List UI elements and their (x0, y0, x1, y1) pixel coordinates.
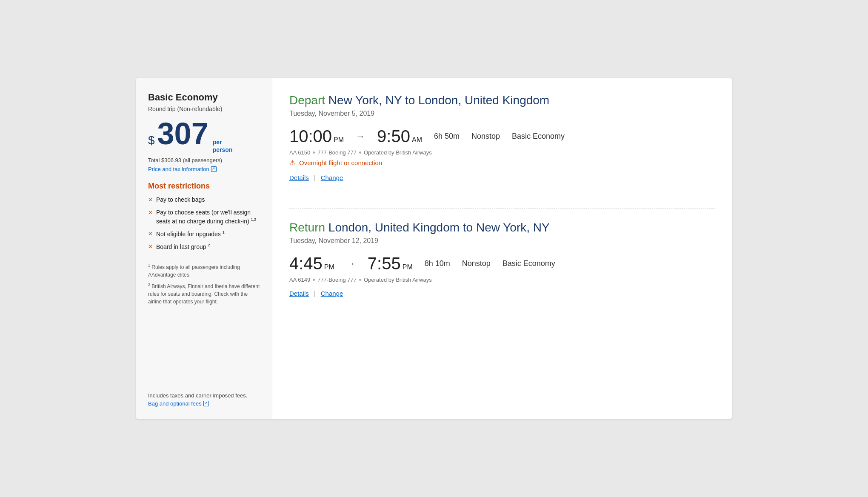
return-title: Return London, United Kingdom to New Yor… (289, 221, 715, 234)
main-card: Basic Economy Round trip (Non-refundable… (136, 78, 732, 419)
arrive-ampm: AM (412, 136, 422, 144)
return-arrive-time: 7:55 (368, 254, 401, 273)
dot-separator (359, 151, 361, 154)
return-depart-time: 4:45 (289, 254, 323, 273)
left-panel: Basic Economy Round trip (Non-refundable… (136, 78, 272, 419)
depart-nonstop: Nonstop (471, 132, 500, 141)
depart-time: 10:00 (289, 127, 332, 146)
list-item: ✕ Pay to check bags (148, 196, 260, 204)
price-row: $ 307 perperson (148, 118, 260, 154)
return-header: Return London, United Kingdom to New Yor… (289, 221, 715, 234)
return-change-link[interactable]: Change (321, 290, 343, 297)
section-title: Basic Economy (148, 92, 260, 103)
return-section: Return London, United Kingdom to New Yor… (289, 221, 715, 300)
return-meta: AA 6149 777-Boeing 777 Operated by Briti… (289, 277, 715, 283)
overnight-warning: ⚠ Overnight flight or connection (289, 158, 715, 167)
return-arrive-ampm: PM (403, 263, 413, 271)
depart-operated-by: Operated by British Airways (364, 149, 432, 156)
depart-ampm: PM (334, 136, 344, 144)
divider-text: | (314, 174, 316, 181)
price-tax-link-text: Price and tax information (148, 166, 209, 172)
return-route: London, United Kingdom to New York, NY (328, 221, 550, 234)
list-item: ✕ Pay to choose seats (or we'll assign s… (148, 209, 260, 226)
restrictions-title: Most restrictions (148, 182, 260, 191)
x-icon: ✕ (148, 230, 153, 238)
warning-icon: ⚠ (289, 158, 296, 167)
depart-cabin: Basic Economy (512, 132, 565, 141)
return-times-row: 4:45 PM → 7:55 PM 8h 10m Nonstop Basic E… (289, 254, 715, 273)
bag-link-text: Bag and optional fees (148, 400, 202, 407)
return-depart-time-block: 4:45 PM (289, 254, 334, 273)
footnote-1: 1 Rules apply to all passengers includin… (148, 263, 260, 279)
return-details-link[interactable]: Details (289, 290, 309, 297)
depart-flight-number: AA 6150 (289, 149, 310, 156)
return-arrive-time-block: 7:55 PM (368, 254, 413, 273)
return-links: Details | Change (289, 290, 715, 297)
depart-aircraft: 777-Boeing 777 (317, 149, 357, 156)
return-depart-ampm: PM (324, 263, 334, 271)
depart-details-link[interactable]: Details (289, 174, 309, 181)
list-item: ✕ Not eligible for upgrades 1 (148, 230, 260, 238)
x-icon: ✕ (148, 243, 153, 251)
footnote-2: 2 British Airways, Finnair and Iberia ha… (148, 282, 260, 306)
return-duration: 8h 10m (425, 259, 450, 268)
bag-optional-fees-link[interactable]: Bag and optional fees (148, 400, 260, 407)
right-panel: Depart New York, NY to London, United Ki… (272, 78, 732, 419)
return-nonstop: Nonstop (462, 259, 491, 268)
x-icon: ✕ (148, 196, 153, 204)
return-flight-number: AA 6149 (289, 277, 310, 283)
restriction-text: Pay to choose seats (or we'll assign sea… (156, 209, 260, 226)
depart-duration: 6h 50m (434, 132, 460, 141)
depart-title: Depart New York, NY to London, United Ki… (289, 94, 715, 107)
external-link-icon (211, 166, 217, 172)
restriction-text: Pay to check bags (156, 196, 205, 204)
depart-meta: AA 6150 777-Boeing 777 Operated by Briti… (289, 149, 715, 156)
dot-separator (313, 279, 315, 281)
divider-text: | (314, 290, 316, 297)
price-tax-link[interactable]: Price and tax information (148, 166, 260, 172)
depart-times-row: 10:00 PM → 9:50 AM 6h 50m Nonstop Basic … (289, 127, 715, 146)
total-price: Total $306.93 (all passengers) (148, 157, 260, 163)
footnotes: 1 Rules apply to all passengers includin… (148, 263, 260, 309)
restriction-text: Not eligible for upgrades 1 (156, 230, 225, 238)
arrive-time: 9:50 (377, 127, 410, 146)
price-dollar-sign: $ (148, 134, 155, 146)
includes-label: Includes taxes and carrier imposed fees. (148, 392, 260, 399)
depart-section: Depart New York, NY to London, United Ki… (289, 94, 715, 185)
depart-change-link[interactable]: Change (321, 174, 343, 181)
depart-header: Depart New York, NY to London, United Ki… (289, 94, 715, 107)
return-aircraft: 777-Boeing 777 (317, 277, 357, 283)
depart-time-block: 10:00 PM (289, 127, 344, 146)
section-divider (289, 209, 715, 209)
dot-separator (359, 279, 361, 281)
restriction-list: ✕ Pay to check bags ✕ Pay to choose seat… (148, 196, 260, 255)
dot-separator (313, 151, 315, 154)
return-date: Tuesday, November 12, 2019 (289, 237, 715, 245)
price-amount: 307 (157, 118, 208, 149)
depart-links: Details | Change (289, 174, 715, 181)
depart-label: Depart (289, 94, 325, 107)
depart-date: Tuesday, November 5, 2019 (289, 110, 715, 117)
overnight-warning-text: Overnight flight or connection (299, 159, 382, 166)
return-label: Return (289, 221, 325, 234)
arrive-time-block: 9:50 AM (377, 127, 422, 146)
return-operated-by: Operated by British Airways (364, 277, 432, 283)
arrow-icon: → (346, 258, 356, 269)
x-icon: ✕ (148, 209, 153, 217)
round-trip-label: Round trip (Non-refundable) (148, 106, 260, 112)
return-cabin: Basic Economy (503, 259, 555, 268)
arrow-icon: → (356, 131, 365, 142)
restriction-text: Board in last group 2 (156, 243, 210, 251)
depart-route: New York, NY to London, United Kingdom (328, 94, 549, 107)
list-item: ✕ Board in last group 2 (148, 243, 260, 251)
per-person-label: perperson (213, 138, 233, 154)
external-link-icon (203, 401, 209, 406)
